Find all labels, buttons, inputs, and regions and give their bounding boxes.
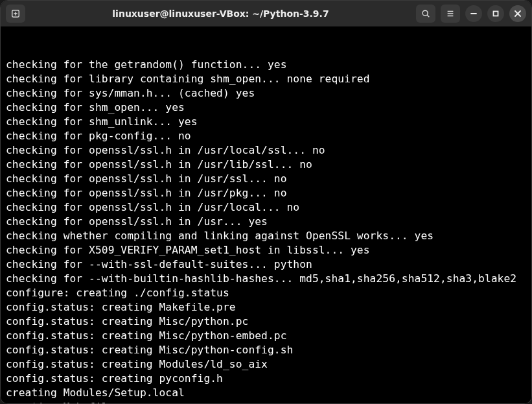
terminal-line: checking for sys/mman.h... (cached) yes: [6, 86, 526, 101]
terminal-line: checking for openssl/ssl.h in /usr/local…: [6, 143, 526, 158]
terminal-line: checking for openssl/ssl.h in /usr/lib/s…: [6, 158, 526, 172]
svg-point-3: [422, 10, 428, 16]
terminal-line: checking for library containing shm_open…: [6, 72, 526, 86]
hamburger-icon: [446, 9, 455, 18]
search-button[interactable]: [416, 5, 435, 23]
maximize-icon: [492, 10, 499, 17]
titlebar: linuxuser@linuxuser-VBox: ~/Python-3.9.7: [1, 1, 531, 27]
terminal-line: config.status: creating Misc/python-embe…: [6, 329, 526, 343]
terminal-line: config.status: creating Misc/python-conf…: [6, 343, 526, 357]
terminal-output: checking for the getrandom() function...…: [6, 58, 526, 403]
terminal-line: config.status: creating Modules/ld_so_ai…: [6, 357, 526, 372]
new-tab-icon: [11, 9, 20, 18]
terminal-line: checking for shm_open... yes: [6, 101, 526, 115]
terminal-line: checking for --with-builtin-hashlib-hash…: [6, 272, 526, 286]
terminal-line: checking for openssl/ssl.h in /usr/ssl..…: [6, 172, 526, 186]
minimize-icon: [470, 10, 477, 17]
terminal-line: config.status: creating Makefile.pre: [6, 300, 526, 315]
terminal-line: creating Makefile: [6, 400, 526, 403]
terminal-window: linuxuser@linuxuser-VBox: ~/Python-3.9.7: [0, 0, 532, 404]
terminal-body[interactable]: checking for the getrandom() function...…: [1, 27, 531, 403]
terminal-line: config.status: creating pyconfig.h: [6, 372, 526, 386]
terminal-line: checking for the getrandom() function...…: [6, 58, 526, 72]
maximize-button[interactable]: [487, 5, 504, 22]
search-icon: [421, 9, 430, 18]
terminal-line: checking for openssl/ssl.h in /usr... ye…: [6, 215, 526, 229]
terminal-line: checking whether compiling and linking a…: [6, 229, 526, 243]
svg-rect-9: [494, 11, 498, 16]
terminal-line: checking for openssl/ssl.h in /usr/local…: [6, 200, 526, 215]
terminal-line: checking for X509_VERIFY_PARAM_set1_host…: [6, 243, 526, 257]
terminal-line: config.status: creating Misc/python.pc: [6, 315, 526, 329]
minimize-button[interactable]: [465, 5, 482, 22]
terminal-line: checking for pkg-config... no: [6, 129, 526, 143]
window-title: linuxuser@linuxuser-VBox: ~/Python-3.9.7: [29, 8, 412, 19]
terminal-line: checking for --with-ssl-default-suites..…: [6, 257, 526, 272]
terminal-line: configure: creating ./config.status: [6, 286, 526, 300]
close-icon: [515, 10, 521, 17]
new-tab-button[interactable]: [6, 5, 25, 23]
close-button[interactable]: [509, 5, 526, 22]
terminal-line: checking for shm_unlink... yes: [6, 115, 526, 129]
svg-line-4: [427, 15, 429, 17]
terminal-line: creating Modules/Setup.local: [6, 386, 526, 400]
menu-button[interactable]: [441, 5, 460, 23]
terminal-line: checking for openssl/ssl.h in /usr/pkg..…: [6, 186, 526, 200]
